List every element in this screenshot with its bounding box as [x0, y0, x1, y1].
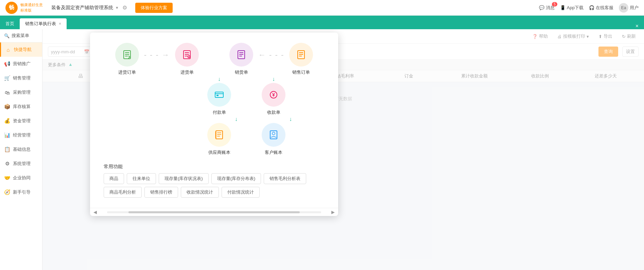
- func-btn-goods-profit[interactable]: 商品毛利分析: [104, 187, 142, 198]
- sidebar-item-sales[interactable]: 🛒 销售管理: [0, 71, 42, 85]
- enterprise-icon: 🤝: [4, 175, 10, 181]
- sales-bill-icon: [229, 43, 253, 67]
- flow-item-supplier-account[interactable]: 供应商账本: [202, 123, 236, 156]
- modal-content: 进货订单 - - - → 进货单: [90, 33, 338, 208]
- flow-item-sales-order[interactable]: 销售订单: [284, 43, 318, 75]
- dropdown-icon[interactable]: ▾: [116, 5, 118, 10]
- scroll-left-button[interactable]: ◀: [90, 210, 100, 215]
- sidebar-item-inventory[interactable]: 📦 库存核算: [0, 100, 42, 114]
- purchase-order-icon: [115, 43, 139, 67]
- sidebar-item-enterprise[interactable]: 🤝 企业协同: [0, 171, 42, 185]
- sidebar-item-basic-info[interactable]: 📋 基础信息: [0, 142, 42, 157]
- common-functions-title: 常用功能: [104, 164, 325, 170]
- func-btn-clients[interactable]: 往来单位: [127, 173, 156, 184]
- logo-letter: 畅: [9, 4, 14, 11]
- sidebar: 🔍 搜索菜单 ⌂ 快捷导航 📢 营销推广 🛒 销售管理 🛍 采购管理 📦 库存核…: [0, 29, 42, 270]
- svg-rect-28: [215, 131, 216, 138]
- tab-sales-order[interactable]: 销售订单执行表 ×: [20, 18, 67, 29]
- finance-icon: 💰: [4, 118, 10, 124]
- newbie-icon: 🧭: [4, 189, 10, 195]
- app-download-icon: 📱: [560, 5, 565, 10]
- system-title: 装备及固定资产辅助管理系统 ▾ ⚙ 体验行业方案: [48, 3, 539, 13]
- logo-area: 畅 畅康通好生意标准版: [5, 2, 48, 14]
- avatar: Ea: [619, 3, 628, 13]
- modal-scrollbar: ◀ ▶: [90, 208, 338, 216]
- top-right: 💬 消息 5 📱 App下载 🎧 在线客服 Ea 用户: [539, 3, 639, 13]
- modal-overlay: 进货订单 - - - → 进货单: [42, 29, 644, 270]
- func-btn-inventory-status[interactable]: 现存量(库存状况表): [159, 173, 209, 184]
- logo-text: 畅康通好生意标准版: [20, 2, 43, 13]
- sidebar-item-system[interactable]: ⚙ 系统管理: [0, 157, 42, 171]
- sidebar-item-marketing[interactable]: 📢 营销推广: [0, 57, 42, 71]
- sales-icon: 🛒: [4, 75, 10, 81]
- settings-gear-icon[interactable]: ⚙: [122, 4, 127, 11]
- system-icon: ⚙: [4, 161, 10, 167]
- arrow-down-payment: ↓: [219, 116, 253, 122]
- home-icon: ⌂: [5, 47, 11, 53]
- svg-rect-19: [215, 92, 223, 97]
- func-btn-inventory-dist[interactable]: 现存量(库存分布表): [211, 173, 261, 184]
- svg-text:¥: ¥: [272, 92, 275, 97]
- message-icon: 💬: [539, 5, 544, 10]
- logo-icon: 畅: [5, 2, 18, 14]
- customer-account-icon: [262, 123, 285, 147]
- basic-icon: 📋: [4, 146, 10, 152]
- svg-rect-24: [216, 131, 223, 139]
- tab-close-icon[interactable]: ×: [59, 21, 61, 26]
- func-btn-receipt-stats[interactable]: 收款情况统计: [181, 187, 219, 198]
- user-menu[interactable]: Ea 用户: [619, 3, 639, 13]
- arrow-down-receipt: ↓: [274, 116, 308, 122]
- scrollbar-thumb[interactable]: [128, 211, 300, 213]
- tab-close-main[interactable]: ×: [636, 23, 639, 29]
- receipt-icon: ¥: [262, 83, 285, 107]
- modal-box: 进货订单 - - - → 进货单: [90, 33, 338, 216]
- purchase-bill-icon: [175, 43, 199, 67]
- func-btn-sales-rank[interactable]: 销售排行榜: [144, 187, 178, 198]
- tabs-bar: 首页 销售订单执行表 × ×: [0, 16, 644, 29]
- func-btn-goods[interactable]: 商品: [104, 173, 124, 184]
- scroll-right-button[interactable]: ▶: [328, 210, 338, 215]
- message-badge: 5: [552, 2, 557, 6]
- marketing-icon: 📢: [4, 61, 10, 67]
- arrow-down-purchase: ↓: [202, 76, 236, 82]
- sidebar-item-finance[interactable]: 💰 资金管理: [0, 114, 42, 128]
- func-btn-sales-profit[interactable]: 销售毛利分析表: [264, 173, 306, 184]
- search-menu[interactable]: 🔍 搜索菜单: [0, 29, 42, 42]
- sidebar-item-newbie[interactable]: 🧭 新手引导: [0, 185, 42, 199]
- scrollbar-track: [107, 211, 321, 213]
- ops-icon: 📊: [4, 132, 10, 138]
- sidebar-item-purchase[interactable]: 🛍 采购管理: [0, 85, 42, 100]
- top-bar: 畅 畅康通好生意标准版 装备及固定资产辅助管理系统 ▾ ⚙ 体验行业方案 💬 消…: [0, 0, 644, 16]
- supplier-account-icon: [207, 123, 231, 147]
- content-area: ❓ 帮助 🖨 按模板打印 ▾ ⬆ 导出 ↻ 刷新 📅 —: [42, 29, 644, 270]
- system-name: 装备及固定资产辅助管理系统: [51, 5, 113, 11]
- svg-point-30: [272, 132, 275, 135]
- online-service-button[interactable]: 🎧 在线客服: [589, 5, 613, 11]
- flow-item-sales-bill[interactable]: 销货单: [224, 43, 258, 75]
- trial-button[interactable]: 体验行业方案: [135, 3, 173, 13]
- tab-home[interactable]: 首页: [0, 18, 20, 29]
- flow-item-customer-account[interactable]: 客户账本: [257, 123, 291, 156]
- func-buttons: 商品 往来单位 现存量(库存状况表) 现存量(库存分布表) 销售毛利分析表 商品…: [104, 173, 325, 198]
- main-layout: 🔍 搜索菜单 ⌂ 快捷导航 📢 营销推广 🛒 销售管理 🛍 采购管理 📦 库存核…: [0, 29, 644, 270]
- flow-item-purchase-bill[interactable]: 进货单: [170, 43, 204, 75]
- app-download-button[interactable]: 📱 App下载: [560, 5, 584, 11]
- flow-item-receipt[interactable]: ¥ 收款单: [257, 83, 291, 115]
- common-functions: 常用功能 商品 往来单位 现存量(库存状况表) 现存量(库存分布表) 销售毛利分…: [104, 164, 325, 198]
- headset-icon: 🎧: [589, 5, 594, 10]
- payment-icon: [207, 83, 231, 107]
- arrow-down-sales: ↓: [257, 76, 291, 82]
- func-btn-payment-stats[interactable]: 付款情况统计: [222, 187, 260, 198]
- flow-item-payment[interactable]: 付款单: [202, 83, 236, 115]
- search-icon: 🔍: [4, 33, 10, 38]
- flow-item-purchase-order[interactable]: 进货订单: [110, 43, 144, 75]
- purchase-icon: 🛍: [4, 89, 10, 95]
- sales-order-icon: [289, 43, 313, 67]
- sidebar-item-ops[interactable]: 📊 经营管理: [0, 128, 42, 142]
- sidebar-item-quick-nav[interactable]: ⌂ 快捷导航: [0, 42, 42, 57]
- flow-section: 进货订单 - - - → 进货单: [104, 43, 325, 156]
- inventory-icon: 📦: [4, 104, 10, 110]
- svg-rect-21: [216, 95, 219, 96]
- message-button[interactable]: 💬 消息 5: [539, 5, 555, 11]
